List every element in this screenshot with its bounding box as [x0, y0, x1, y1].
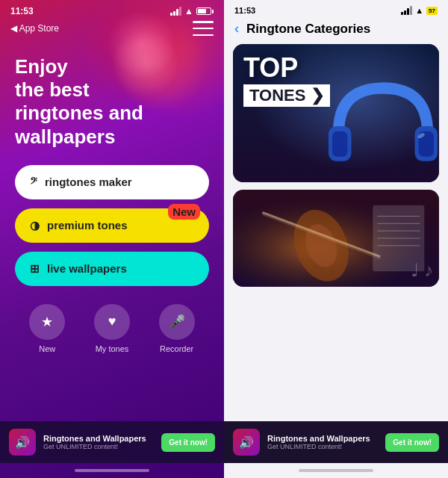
home-indicator-right — [224, 463, 448, 478]
banner-app-icon: 🔊 — [9, 429, 36, 456]
left-panel: 11:53 ▲ ◀ App Store Enjoythe bestrington… — [0, 0, 224, 478]
hero-title: Enjoythe bestringtones andwallpapers — [15, 55, 209, 149]
status-icons-left: ▲ — [170, 6, 214, 16]
banner-title-right: Ringtones and Wallpapers — [267, 434, 378, 443]
top-tones-card[interactable]: TOP TONES ❯ — [233, 44, 439, 182]
get-it-now-button-right[interactable]: Get it now! — [385, 433, 439, 452]
back-button-right[interactable]: ‹ — [234, 21, 239, 37]
get-it-now-button-left[interactable]: Get it now! — [161, 433, 215, 452]
top-label: TOP — [243, 55, 330, 81]
nav-recorder[interactable]: 🎤 Recorder — [159, 304, 195, 353]
top-nav-left: ◀ App Store — [0, 19, 224, 42]
premium-tones-button[interactable]: ◑ premium tones New — [15, 208, 209, 243]
banner-subtitle-left: Get UNLIMITED content! — [43, 443, 154, 450]
premium-icon: ◑ — [30, 219, 40, 232]
categories-list: TOP TONES ❯ — [224, 44, 448, 421]
violin-image: ♩ ♪ — [233, 190, 439, 287]
svg-rect-1 — [332, 131, 347, 157]
recorder-label: Recorder — [160, 344, 193, 353]
menu-button[interactable] — [193, 21, 214, 36]
status-bar-right: 11:53 ▲ 57 — [224, 0, 448, 18]
right-panel: 11:53 ▲ 57 ‹ Ringtone Categories TOP TON… — [224, 0, 448, 478]
ringtones-maker-button[interactable]: 𝄢 ringtones maker — [15, 165, 209, 199]
classical-card[interactable]: ♩ ♪ — [233, 190, 439, 287]
time-left: 11:53 — [10, 6, 34, 16]
music-notes-decoration: ♩ ♪ — [411, 260, 433, 281]
new-badge: New — [168, 204, 200, 220]
bottom-navigation: ★ New ♥ My tones 🎤 Recorder — [0, 286, 224, 361]
hero-section: Enjoythe bestringtones andwallpapers — [0, 42, 224, 149]
live-wallpapers-label: live wallpapers — [47, 262, 127, 275]
headphone-svg — [320, 63, 439, 182]
page-title-right: Ringtone Categories — [246, 22, 370, 37]
time-right: 11:53 — [234, 6, 255, 15]
bottom-banner-right: 🔊 Ringtones and Wallpapers Get UNLIMITED… — [224, 421, 448, 463]
violin-svg — [233, 190, 439, 287]
app-store-back[interactable]: ◀ App Store — [10, 23, 59, 34]
heart-icon: ♥ — [94, 304, 130, 340]
my-tones-label: My tones — [96, 344, 129, 353]
signal-icon-right — [401, 6, 412, 15]
top-tones-text: TOP TONES ❯ — [243, 55, 330, 107]
wifi-icon: ▲ — [184, 6, 193, 16]
status-bar-left: 11:53 ▲ — [0, 0, 224, 19]
premium-tones-label: premium tones — [47, 219, 128, 232]
top-tones-image: TOP TONES ❯ — [233, 44, 439, 182]
banner-subtitle-right: Get UNLIMITED content! — [267, 443, 378, 450]
battery-level-right: 57 — [426, 7, 438, 15]
waveform-icon: 𝄢 — [30, 176, 37, 189]
nav-new[interactable]: ★ New — [29, 304, 65, 353]
home-indicator-left — [0, 463, 224, 478]
banner-text-right: Ringtones and Wallpapers Get UNLIMITED c… — [267, 434, 378, 450]
banner-app-icon-right: 🔊 — [233, 429, 260, 456]
live-wallpapers-button[interactable]: ⊞ live wallpapers — [15, 252, 209, 286]
wallpaper-icon: ⊞ — [30, 262, 40, 276]
banner-title-left: Ringtones and Wallpapers — [43, 434, 154, 443]
signal-icon — [170, 7, 181, 16]
wifi-icon-right: ▲ — [415, 6, 423, 15]
nav-my-tones[interactable]: ♥ My tones — [94, 304, 130, 353]
new-label: New — [39, 344, 55, 353]
microphone-icon: 🎤 — [159, 304, 195, 340]
banner-text-left: Ringtones and Wallpapers Get UNLIMITED c… — [43, 434, 154, 450]
status-icons-right: ▲ 57 — [401, 6, 438, 15]
bottom-banner-left: 🔊 Ringtones and Wallpapers Get UNLIMITED… — [0, 421, 224, 463]
ringtones-maker-label: ringtones maker — [45, 176, 132, 188]
new-icon: ★ — [29, 304, 65, 340]
right-nav: ‹ Ringtone Categories — [224, 18, 448, 44]
battery-icon — [196, 7, 214, 15]
action-buttons: 𝄢 ringtones maker ◑ premium tones New ⊞ … — [0, 149, 224, 286]
violin-background — [233, 190, 439, 287]
tones-label: TONES ❯ — [243, 84, 330, 107]
